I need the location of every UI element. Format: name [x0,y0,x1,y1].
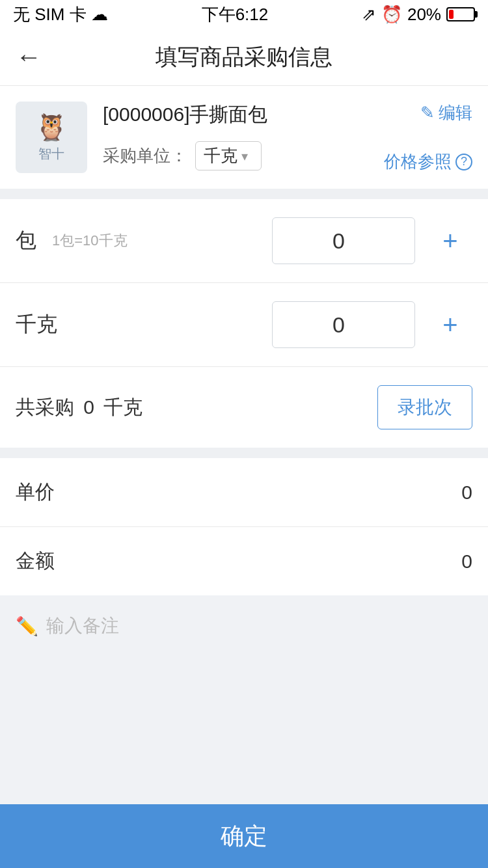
record-batch-button[interactable]: 录批次 [377,385,472,429]
summary-unit: 千克 [103,396,142,418]
product-thumbnail: 🦉 智十 [16,102,87,173]
kg-plus-button[interactable]: + [428,303,472,347]
package-qty-input[interactable] [272,217,415,264]
package-sublabel: 1包=10千克 [52,231,128,251]
unit-label: 采购单位： [103,144,187,167]
location-icon: ⇗ [362,5,376,25]
price-value: 0 [461,481,472,504]
status-bar: 无 SIM 卡 ☁ 下午6:12 ⇗ ⏰ 20% [0,0,488,29]
amount-value: 0 [461,550,472,573]
edit-button[interactable]: ✎ 编辑 [420,102,472,124]
summary-prefix: 共采购 [16,396,74,418]
content-filler [0,657,488,804]
summary-row: 共采购 0 千克 录批次 [0,367,488,448]
product-card: 🦉 智十 [0000006]手撕面包 采购单位： 千克 ▾ ✎ 编辑 价格参照 … [0,86,488,189]
package-row: 包 1包=10千克 + [0,199,488,282]
kg-section: 千克 + [0,283,488,367]
status-right: ⇗ ⏰ 20% [362,5,475,25]
alarm-icon: ⏰ [381,5,402,25]
product-name: [0000006]手撕面包 [103,102,472,128]
amount-row: 金额 0 [0,527,488,595]
package-label: 包 [16,226,36,255]
package-plus-button[interactable]: + [428,219,472,263]
package-section: 包 1包=10千克 + [0,199,488,283]
amount-label: 金额 [16,548,55,575]
status-time: 下午6:12 [202,3,269,26]
note-section[interactable]: ✏️ 输入备注 [0,595,488,657]
nav-bar: ← 填写商品采购信息 [0,29,488,86]
summary-amount: 0 [83,396,94,418]
help-icon: ? [455,154,472,170]
pencil-icon: ✏️ [16,616,38,637]
owl-icon: 🦉 [35,112,68,142]
page-title: 填写商品采购信息 [156,42,332,72]
status-left: 无 SIM 卡 ☁ [13,3,108,26]
price-ref-label: 价格参照 [384,150,452,173]
battery-icon [446,7,475,21]
kg-row: 千克 + [0,283,488,366]
confirm-button-label: 确定 [221,821,267,852]
unit-dropdown[interactable]: 千克 ▾ [195,141,262,170]
back-button[interactable]: ← [16,42,42,72]
price-amount-section: 单价 0 金额 0 [0,458,488,595]
section-divider-2 [0,448,488,458]
unit-dropdown-arrow: ▾ [241,148,248,164]
note-placeholder: 输入备注 [46,614,119,638]
sim-label: 无 SIM 卡 ☁ [13,3,108,26]
owl-label: 智十 [38,145,64,163]
price-row: 单价 0 [0,458,488,526]
confirm-button[interactable]: 确定 [0,804,488,868]
unit-value: 千克 [204,144,237,167]
price-label: 单价 [16,479,55,506]
kg-label: 千克 [16,310,57,339]
price-reference-button[interactable]: 价格参照 ? [384,150,472,173]
section-divider-1 [0,189,488,199]
battery-percent: 20% [407,5,441,25]
summary-text: 共采购 0 千克 [16,394,142,421]
kg-qty-input[interactable] [272,301,415,348]
edit-icon: ✎ [420,103,435,123]
